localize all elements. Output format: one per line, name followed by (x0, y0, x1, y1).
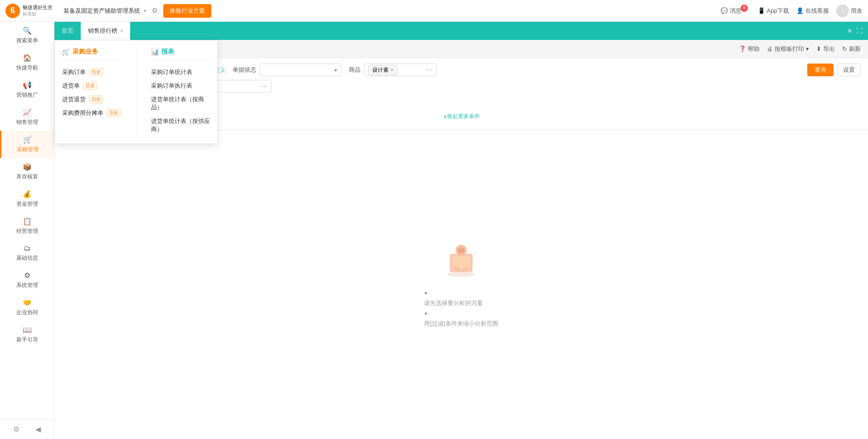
dropdown-col-purchase: 🛒 采购业务 采购订单 历史 进货单 历史 进货退货 历史 采购费用分摊单 历史 (62, 48, 122, 136)
voucher-status-dropdown-icon: ▾ (334, 67, 337, 74)
hist-tag-purchase-order: 历史 (89, 68, 103, 76)
print-arrow-icon: ▾ (806, 45, 809, 52)
user-area[interactable]: 用友 (836, 5, 863, 17)
message-icon: 💬 (721, 7, 728, 14)
empty-illustration (441, 240, 482, 281)
sidebar-label-quick-nav: 快捷导航 (16, 64, 38, 72)
app-download-btn[interactable]: 📱 App下载 (758, 7, 789, 15)
help-icon: ❓ (739, 45, 746, 52)
hist-tag-inbound: 历史 (83, 82, 97, 90)
dropdown-arrow-icon[interactable]: ▾ (144, 8, 146, 13)
sidebar-item-search[interactable]: 🔍 搜索菜单 (0, 22, 54, 49)
staff-more-icon[interactable]: ··· (262, 82, 268, 90)
dropdown-item-inbound-stats-goods[interactable]: 进货单统计表（按商品） (151, 93, 210, 114)
message-label: 消息 (730, 7, 741, 15)
sidebar-item-enterprise[interactable]: 🤝 企业协同 (0, 294, 54, 321)
dropdown-item-order-stats[interactable]: 采购订单统计表 (151, 65, 210, 79)
print-label: 按模板打印 (775, 45, 804, 53)
dropdown-item-inbound-stats-supplier[interactable]: 进货单统计表（按供应商） (151, 114, 210, 136)
window-maximize-icon[interactable]: ⛶ (856, 27, 863, 35)
dropdown-item-order-exec-label: 采购订单执行表 (151, 82, 192, 90)
tab-sales-rank[interactable]: 销售排行榜 × (81, 22, 130, 40)
home-icon: 🏠 (23, 54, 32, 62)
empty-text: ● 请先选择要分析的方案 ● 用[过滤]条件来缩小分析范围 (424, 288, 498, 329)
voucher-status-select[interactable]: ▾ (260, 64, 341, 76)
goods-filter-input[interactable]: 设计素 × ··· (364, 64, 437, 76)
svg-rect-4 (458, 248, 464, 253)
dropdown-item-purchase-order[interactable]: 采购订单 历史 (62, 65, 122, 79)
sidebar-settings-icon[interactable]: ⚙ (13, 425, 20, 434)
sidebar-item-quick-nav[interactable]: 🏠 快捷导航 (0, 49, 54, 76)
sidebar-item-marketing[interactable]: 📢 营销推广 (0, 76, 54, 104)
tab-bar-right: ✕ ⛶ (847, 27, 868, 35)
sidebar-item-inventory[interactable]: 📦 库存核算 (0, 158, 54, 185)
sidebar-collapse-icon[interactable]: ◀ (35, 425, 41, 434)
sidebar-label-purchase: 采购管理 (17, 146, 39, 153)
dropdown-item-inbound-label: 进货单 (62, 82, 80, 90)
tab-bar: 首页 销售排行榜 × ✕ ⛶ (54, 22, 868, 40)
search-btn[interactable]: 查询 (807, 64, 834, 76)
goods-tag: 设计素 × (368, 65, 398, 75)
goods-more-icon[interactable]: ··· (426, 66, 432, 74)
sidebar-item-system[interactable]: ⚙ 系统管理 (0, 266, 54, 294)
hist-tag-expense: 历史 (107, 109, 121, 117)
sidebar-item-purchase[interactable]: 🛒 采购管理 (0, 131, 54, 158)
goods-tag-remove[interactable]: × (390, 67, 394, 73)
export-label: 导出 (823, 45, 835, 53)
system-title-area: 装备及固定资产辅助管理系统 ▾ ⚙ (63, 6, 158, 15)
sidebar-item-guide[interactable]: 📖 新手引导 (0, 321, 54, 348)
hist-tag-return: 历史 (89, 95, 103, 104)
sidebar-item-finance[interactable]: 💰 资金管理 (0, 185, 54, 212)
print-btn[interactable]: 🖨 按模板打印 ▾ (767, 45, 809, 53)
tab-home-label: 首页 (62, 27, 73, 35)
operations-icon: 📋 (23, 217, 32, 226)
guide-icon: 📖 (23, 326, 32, 334)
message-badge: 9 (741, 5, 748, 12)
help-label: 帮助 (748, 45, 760, 53)
dropdown-col-report-header: 📊 报表 (151, 48, 210, 60)
top-header: 6 畅捷通好生意 标准版 装备及固定资产辅助管理系统 ▾ ⚙ 体验行业方案 💬 … (0, 0, 868, 22)
sidebar-item-sales[interactable]: 📈 销售管理 (0, 104, 54, 131)
empty-state: ● 请先选择要分析的方案 ● 用[过滤]条件来缩小分析范围 (54, 130, 868, 439)
enterprise-icon: 🤝 (23, 298, 32, 307)
setting-btn[interactable]: 设置 (837, 64, 861, 76)
user-label: 用友 (851, 7, 863, 15)
service-icon: 👤 (796, 7, 804, 14)
tab-close-icon[interactable]: × (120, 28, 123, 34)
dropdown-item-return[interactable]: 进货退货 历史 (62, 93, 122, 106)
action-buttons: 查询 设置 (807, 64, 861, 76)
refresh-btn[interactable]: ↻ 刷新 (842, 45, 861, 53)
marketing-icon: 📢 (23, 81, 32, 89)
logo-tag: 标准版 (23, 11, 53, 17)
export-btn[interactable]: ⬇ 导出 (816, 45, 835, 53)
industry-btn[interactable]: 体验行业方案 (163, 4, 211, 18)
dropdown-item-order-exec[interactable]: 采购订单执行表 (151, 79, 210, 93)
dropdown-divider (136, 48, 137, 136)
message-btn[interactable]: 💬 消息 9 (721, 7, 751, 15)
basic-info-icon: 🗂 (24, 244, 31, 252)
window-close-icon[interactable]: ✕ (847, 27, 853, 35)
search-icon: 🔍 (23, 26, 32, 35)
dropdown-item-inbound[interactable]: 进货单 历史 (62, 79, 122, 93)
header-right: 💬 消息 9 📱 App下载 👤 在线客服 用友 (721, 5, 863, 17)
sidebar-item-operations[interactable]: 📋 经营管理 (0, 212, 54, 240)
voucher-status-group: 单据状态 ▾ (233, 64, 341, 76)
help-btn[interactable]: ❓ 帮助 (739, 45, 760, 53)
refresh-label: 刷新 (849, 45, 861, 53)
logo-area: 6 畅捷通好生意 标准版 (5, 4, 60, 18)
inventory-icon: 📦 (23, 163, 32, 171)
empty-tip2: ● 用[过滤]条件来缩小分析范围 (424, 309, 498, 329)
empty-svg (441, 240, 482, 281)
sidebar-item-basic-info[interactable]: 🗂 基础信息 (0, 240, 54, 266)
app-label: App下载 (767, 7, 789, 15)
svg-point-0 (448, 271, 475, 277)
system-icon: ⚙ (24, 271, 30, 280)
settings-icon[interactable]: ⚙ (151, 6, 158, 15)
sidebar-label-guide: 新手引导 (16, 336, 38, 344)
online-service-btn[interactable]: 👤 在线客服 (796, 7, 829, 15)
sidebar-label-marketing: 营销推广 (16, 91, 38, 99)
tab-home[interactable]: 首页 (54, 22, 81, 40)
dropdown-item-expense[interactable]: 采购费用分摊单 历史 (62, 106, 122, 120)
purchase-col-title: 采购业务 (73, 48, 98, 56)
sidebar-label-search: 搜索菜单 (16, 37, 38, 44)
